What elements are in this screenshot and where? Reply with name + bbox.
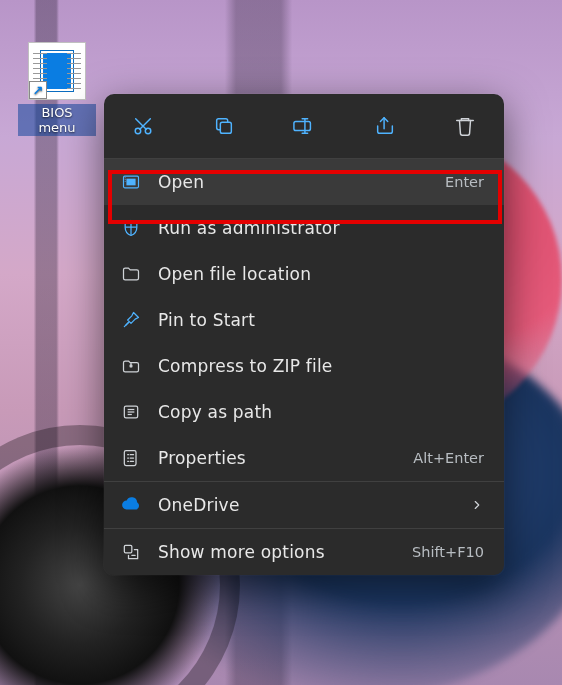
context-menu-action-row [104,94,504,158]
pin-icon [120,309,142,331]
menu-item-label: Run as administrator [158,218,484,238]
folder-icon [120,263,142,285]
shield-icon [120,217,142,239]
svg-rect-11 [124,545,131,553]
copy-button[interactable] [199,104,249,148]
svg-point-7 [125,179,126,180]
menu-item-open-location[interactable]: Open file location [104,251,504,297]
properties-icon [120,447,142,469]
menu-item-onedrive[interactable]: OneDrive [104,482,504,528]
menu-item-accel: Shift+F10 [412,544,484,560]
show-more-icon [120,541,142,563]
menu-item-label: OneDrive [158,495,454,515]
rename-button[interactable] [279,104,329,148]
delete-button[interactable] [440,104,490,148]
shortcut-label: BIOS menu [18,104,96,136]
shortcut-file-icon: ↗ [28,42,86,100]
menu-item-run-as-admin[interactable]: Run as administrator [104,205,504,251]
zip-icon [120,355,142,377]
menu-item-pin-to-start[interactable]: Pin to Start [104,297,504,343]
chevron-right-icon [470,498,484,512]
menu-item-show-more[interactable]: Show more options Shift+F10 [104,529,504,575]
svg-point-8 [125,181,126,182]
menu-item-label: Pin to Start [158,310,484,330]
copy-path-icon [120,401,142,423]
cut-button[interactable] [118,104,168,148]
menu-item-properties[interactable]: Properties Alt+Enter [104,435,504,481]
desktop-shortcut[interactable]: ↗ BIOS menu [18,42,96,136]
context-menu: Open Enter Run as administrator Open fil… [104,94,504,575]
menu-item-label: Open [158,172,429,192]
open-icon [120,171,142,193]
menu-item-label: Properties [158,448,397,468]
menu-item-label: Copy as path [158,402,484,422]
menu-item-accel: Enter [445,174,484,190]
rename-icon [292,115,316,137]
svg-point-6 [125,177,126,178]
onedrive-icon [120,494,142,516]
shortcut-arrow-badge: ↗ [29,81,47,99]
menu-item-label: Show more options [158,542,396,562]
menu-item-copy-path[interactable]: Copy as path [104,389,504,435]
delete-icon [454,115,476,137]
cut-icon [132,115,154,137]
menu-item-label: Compress to ZIP file [158,356,484,376]
menu-item-compress-zip[interactable]: Compress to ZIP file [104,343,504,389]
share-icon [374,115,396,137]
menu-item-accel: Alt+Enter [413,450,484,466]
share-button[interactable] [360,104,410,148]
menu-item-open[interactable]: Open Enter [104,159,504,205]
copy-icon [213,115,235,137]
menu-item-label: Open file location [158,264,484,284]
svg-rect-5 [126,179,135,186]
svg-rect-2 [220,122,231,133]
svg-rect-3 [294,121,311,130]
